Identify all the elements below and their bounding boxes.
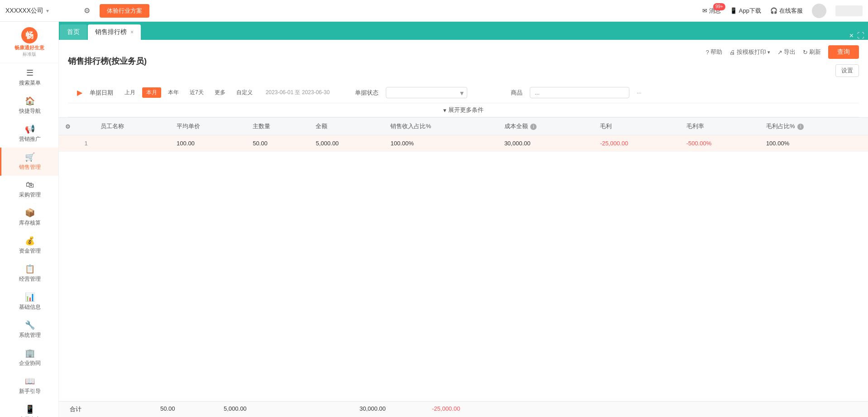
- status-select[interactable]: [386, 87, 467, 98]
- expand-icon: ▾: [443, 107, 446, 114]
- col-amount: 全额: [310, 118, 385, 135]
- export-icon: ↗: [777, 49, 782, 56]
- trial-button[interactable]: 体验行业方案: [100, 4, 149, 18]
- window-max-icon: ⛶: [857, 32, 864, 40]
- filter-collapse-icon[interactable]: ▶: [77, 88, 82, 97]
- header-right: ✉ 消息 99+ 📱 App下载 🎧 在线客服: [702, 4, 863, 18]
- expand-button[interactable]: ▾ 展开更多条件: [443, 106, 484, 114]
- tab-sales-ranking[interactable]: 销售排行榜 ×: [88, 24, 141, 40]
- sidebar-item-purchase[interactable]: 🛍 采购管理: [0, 176, 58, 203]
- table-footer: 合计 50.00 5,000.00 30,000.00 -25,000.00: [59, 401, 868, 417]
- col-settings[interactable]: ⚙: [59, 118, 77, 135]
- date-pill-more[interactable]: 更多: [211, 87, 230, 98]
- sidebar-label-sales: 销售管理: [19, 163, 41, 171]
- page-actions: ? 帮助 🖨 按模板打印 ▾ ↗ 导出: [706, 45, 859, 77]
- main-layout: 畅 畅康通好生意 标准版 ☰ 搜索菜单 🏠 快捷导航 📢 营销推广 🛒 销售管理…: [0, 22, 868, 417]
- sidebar-item-marketing[interactable]: 📢 营销推广: [0, 120, 58, 148]
- more-filter-icon[interactable]: ···: [637, 89, 642, 96]
- footer-label: 合计: [64, 405, 155, 413]
- help-button[interactable]: ? 帮助: [706, 48, 722, 56]
- system-icon: 🔧: [25, 320, 35, 330]
- sales-table: ⚙ 员工名称 平均单价 主数量 全额 销售收入占比% 成本全额 i: [59, 118, 868, 152]
- table-wrap: ⚙ 员工名称 平均单价 主数量 全额 销售收入占比% 成本全额 i: [59, 118, 868, 401]
- col-cost: 成本全额 i: [499, 118, 595, 135]
- sidebar-label-marketing: 营销推广: [19, 135, 41, 143]
- sidebar-item-apps[interactable]: 📱 应用中心: [0, 400, 58, 417]
- app-download-button[interactable]: 📱 App下载: [730, 7, 761, 15]
- sidebar-label-system: 系统管理: [19, 331, 41, 339]
- col-sales-pct: 销售收入占比%: [385, 118, 499, 135]
- cell-gross-rate: -500.00%: [681, 135, 761, 152]
- cost-info-icon[interactable]: i: [530, 124, 537, 130]
- page-content: 销售排行榜(按业务员) ? 帮助 🖨 按模板打印: [59, 40, 868, 417]
- tab-bar-right: × ⛶: [849, 32, 868, 40]
- date-pill-current-year[interactable]: 本年: [164, 87, 183, 98]
- sidebar-item-search[interactable]: ☰ 搜索菜单: [0, 63, 58, 91]
- marketing-icon: 📢: [25, 124, 35, 134]
- online-service-button[interactable]: 🎧 在线客服: [770, 7, 803, 15]
- message-button[interactable]: ✉ 消息 99+: [702, 7, 721, 15]
- company-name: XXXXXX公司: [5, 7, 43, 15]
- content-area: 首页 销售排行榜 × × ⛶ 销售排行榜(按业务员): [59, 22, 868, 417]
- cell-name: [95, 135, 171, 152]
- sidebar-logo: 畅 畅康通好生意 标准版: [0, 22, 58, 63]
- help-icon: ?: [706, 49, 709, 56]
- headset-icon: 🎧: [770, 7, 777, 14]
- sidebar-item-sales[interactable]: 🛒 销售管理: [0, 148, 58, 176]
- print-button[interactable]: 🖨 按模板打印 ▾: [729, 48, 770, 56]
- sidebar-item-basics[interactable]: 📊 基础信息: [0, 288, 58, 316]
- company-selector[interactable]: XXXXXX公司 ▾: [5, 7, 78, 15]
- app-icon: 📱: [730, 7, 737, 14]
- goods-input[interactable]: [530, 87, 629, 98]
- sidebar-item-finance[interactable]: 💰 资金管理: [0, 231, 58, 259]
- table-row: 1 100.00 50.00 5,000.00 100.00% 30,000.0…: [59, 135, 868, 152]
- date-pill-prev-month[interactable]: 上月: [120, 87, 139, 98]
- finance-icon: 💰: [25, 236, 35, 246]
- export-button[interactable]: ↗ 导出: [777, 48, 796, 56]
- sidebar-item-enterprise[interactable]: 🏢 企业协同: [0, 344, 58, 372]
- sidebar-item-inventory[interactable]: 📦 库存核算: [0, 203, 58, 231]
- settings-icon[interactable]: ⚙: [80, 4, 94, 18]
- gross-pct-info-icon[interactable]: i: [797, 124, 804, 130]
- column-settings-icon[interactable]: ⚙: [65, 123, 71, 130]
- refresh-icon: ↻: [803, 49, 808, 56]
- search-menu-icon: ☰: [26, 68, 34, 78]
- sidebar-label-basics: 基础信息: [19, 303, 41, 311]
- print-chevron: ▾: [767, 49, 770, 55]
- message-icon: ✉: [702, 7, 707, 14]
- footer-amount: 5,000.00: [218, 405, 273, 413]
- status-select-wrap: [386, 87, 467, 98]
- tab-home[interactable]: 首页: [60, 24, 87, 40]
- cell-settings: [59, 135, 77, 152]
- avatar[interactable]: [812, 4, 826, 18]
- col-gross-rate: 毛利率: [681, 118, 761, 135]
- tab-close-icon[interactable]: ×: [130, 29, 134, 35]
- sidebar-item-quick-nav[interactable]: 🏠 快捷导航: [0, 91, 58, 120]
- sales-icon: 🛒: [25, 152, 35, 162]
- date-pill-current-month[interactable]: 本月: [142, 87, 161, 98]
- date-pill-7days[interactable]: 近7天: [186, 87, 208, 98]
- basics-icon: 📊: [25, 292, 35, 302]
- cell-quantity: 50.00: [247, 135, 310, 152]
- sidebar-item-operations[interactable]: 📋 经营管理: [0, 259, 58, 288]
- action-buttons-row: ? 帮助 🖨 按模板打印 ▾ ↗ 导出: [706, 45, 859, 59]
- home-icon: 🏠: [25, 96, 35, 106]
- set-button[interactable]: 设置: [835, 64, 859, 77]
- filter-row: ▶ 单据日期 上月 本月 本年 近7天 更多 自定义 2023-06-01 至 …: [68, 82, 859, 103]
- col-name: 员工名称: [95, 118, 171, 135]
- cell-gross: -25,000.00: [595, 135, 681, 152]
- window-close-icon[interactable]: ×: [849, 32, 854, 40]
- date-pills: 上月 本月 本年 近7天 更多 自定义: [120, 87, 257, 98]
- cell-rank: 1: [77, 135, 95, 152]
- sidebar-label-enterprise: 企业协同: [19, 359, 41, 367]
- col-rank: [77, 118, 95, 135]
- query-button[interactable]: 查询: [828, 45, 859, 59]
- sidebar-label-guide: 新手引导: [19, 388, 41, 395]
- refresh-button[interactable]: ↻ 刷新: [803, 48, 821, 56]
- date-pill-custom[interactable]: 自定义: [232, 87, 257, 98]
- sidebar-label-inventory: 库存核算: [19, 219, 41, 227]
- page-title: 销售排行榜(按业务员): [68, 56, 147, 67]
- tab-bar: 首页 销售排行榜 × × ⛶: [59, 22, 868, 40]
- sidebar-item-guide[interactable]: 📖 新手引导: [0, 372, 58, 400]
- sidebar-item-system[interactable]: 🔧 系统管理: [0, 316, 58, 344]
